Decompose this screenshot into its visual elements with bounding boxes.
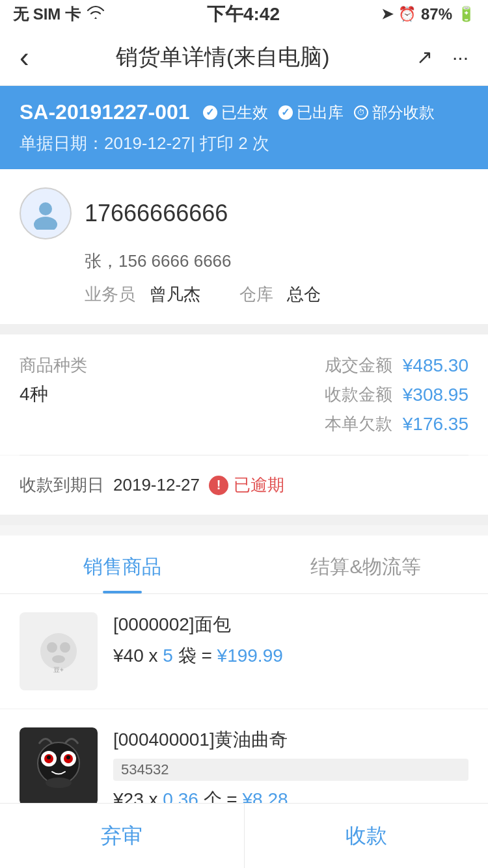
list-item: 豆+ [0000002]面包 ¥40 x 5 袋 = ¥199.99: [0, 594, 488, 709]
status-right: ➤ ⏰ 87% 🔋: [381, 5, 475, 23]
nav-right: ↗ ···: [416, 46, 468, 68]
product-thumbnail-2: [20, 727, 98, 806]
product-name-2: [000400001]黄油曲奇: [113, 727, 468, 752]
battery-text: 87%: [421, 5, 452, 23]
order-date: 单据日期：2019-12-27| 打印 2 次: [20, 132, 468, 155]
page-title: 销货单详情(来自电脑): [116, 42, 330, 72]
back-button[interactable]: ‹: [20, 41, 29, 74]
salesperson-value: 曾凡杰: [150, 284, 200, 304]
product-details-1: [0000002]面包 ¥40 x 5 袋 = ¥199.99: [113, 612, 468, 668]
category-count: 4种: [20, 382, 87, 407]
overdue-text: 已逾期: [234, 474, 284, 496]
overdue-icon: !: [209, 476, 228, 495]
svg-point-1: [34, 217, 57, 230]
product-list: 豆+ [0000002]面包 ¥40 x 5 袋 = ¥199.99: [0, 594, 488, 831]
location-icon: ➤: [381, 6, 393, 23]
warehouse-value: 总仓: [287, 284, 321, 304]
svg-point-14: [66, 755, 70, 759]
status-badge-effective: ✓ 已生效: [203, 102, 268, 123]
tab-sales-products[interactable]: 销售商品: [0, 536, 244, 593]
tab-settlement[interactable]: 结算&物流等: [244, 536, 488, 593]
summary-section: 商品种类 4种 成交金额 ¥485.30 收款金额 ¥308.95 本单欠款 ¥…: [0, 334, 488, 455]
status-badge-shipped: ✓ 已出库: [278, 102, 344, 123]
due-label: 收款到期日: [20, 474, 104, 496]
category-label: 商品种类: [20, 354, 87, 377]
due-section: 收款到期日 2019-12-27 ! 已逾期: [0, 455, 488, 515]
collected-row: 收款金额 ¥308.95: [325, 383, 468, 406]
svg-text:豆+: 豆+: [53, 666, 64, 673]
more-button[interactable]: ···: [452, 46, 468, 68]
product-price-1: ¥40 x 5 袋 = ¥199.99: [113, 644, 468, 668]
svg-point-4: [60, 642, 70, 653]
svg-point-5: [52, 655, 65, 663]
svg-point-15: [46, 778, 72, 788]
customer-phone: 17666666666: [85, 200, 228, 227]
product-name-1: [0000002]面包: [113, 612, 468, 637]
collect-payment-button[interactable]: 收款: [245, 804, 489, 868]
due-date-value: 2019-12-27: [113, 475, 200, 495]
customer-section: 17666666666 张，156 6666 6666 业务员 曾凡杰 仓库 总…: [0, 169, 488, 324]
carrier-text: 无 SIM 卡: [13, 4, 81, 25]
cancel-review-button[interactable]: 弃审: [0, 804, 245, 868]
svg-point-0: [39, 202, 52, 215]
product-sku-2: 534532: [113, 759, 468, 781]
amount-value: ¥485.30: [403, 355, 468, 376]
status-time: 下午4:42: [207, 2, 280, 27]
order-id: SA-20191227-001: [20, 100, 190, 124]
nav-bar: ‹ 销货单详情(来自电脑) ↗ ···: [0, 29, 488, 86]
battery-icon: 🔋: [457, 6, 475, 23]
bottom-bar: 弃审 收款: [0, 803, 488, 868]
salesperson-label: 业务员: [85, 284, 135, 304]
svg-point-13: [47, 755, 51, 759]
warehouse-label: 仓库: [239, 284, 273, 304]
export-button[interactable]: ↗: [416, 46, 433, 68]
amount-row: 成交金额 ¥485.30: [325, 354, 468, 377]
nav-left: ‹: [20, 41, 29, 74]
order-status-badges: ✓ 已生效 ✓ 已出库 ⏱ 部分收款: [203, 102, 435, 123]
tabs-row: 销售商品 结算&物流等: [0, 536, 488, 594]
owed-row: 本单欠款 ¥176.35: [325, 413, 468, 435]
svg-point-3: [47, 642, 57, 653]
product-thumbnail-1: 豆+: [20, 612, 98, 690]
alarm-icon: ⏰: [398, 6, 416, 23]
tabs-section: 销售商品 结算&物流等 豆+ [0000002]面包 ¥40: [0, 536, 488, 831]
status-left: 无 SIM 卡: [13, 4, 105, 25]
status-badge-partial: ⏱ 部分收款: [354, 102, 435, 123]
overdue-badge: ! 已逾期: [209, 474, 284, 496]
customer-name-phone: 张，156 6666 6666: [20, 250, 468, 273]
owed-value: ¥176.35: [403, 414, 468, 435]
collected-value: ¥308.95: [403, 385, 468, 405]
divider-2: [0, 515, 488, 525]
svg-point-2: [40, 633, 77, 670]
avatar: [20, 187, 72, 239]
order-header: SA-20191227-001 ✓ 已生效 ✓ 已出库 ⏱ 部分收款 单据日期：…: [0, 86, 488, 169]
status-bar: 无 SIM 卡 下午4:42 ➤ ⏰ 87% 🔋: [0, 0, 488, 29]
wifi-icon: [86, 5, 105, 23]
divider-1: [0, 324, 488, 334]
customer-meta: 业务员 曾凡杰 仓库 总仓: [20, 283, 468, 306]
product-details-2: [000400001]黄油曲奇 534532 ¥23 x 0.36 个 = ¥8…: [113, 727, 468, 812]
